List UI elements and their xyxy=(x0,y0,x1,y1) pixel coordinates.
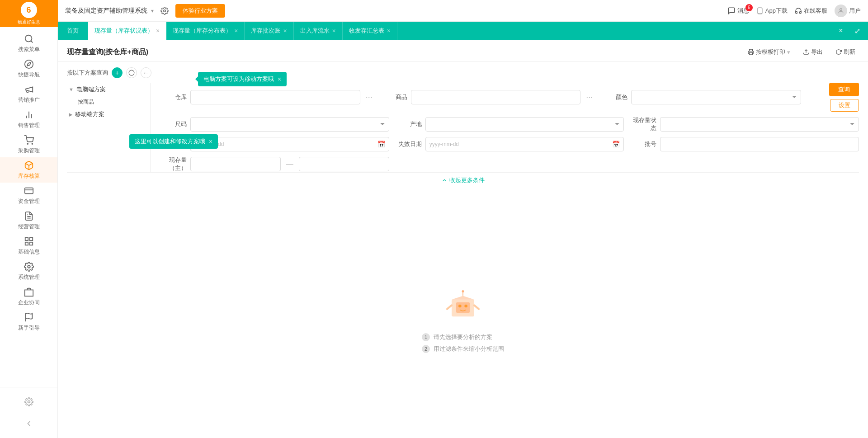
tab-home[interactable]: 首页 xyxy=(58,22,88,40)
settings-icon xyxy=(24,397,33,406)
pc-scheme-item[interactable]: ▼ 电脑端方案 xyxy=(69,83,150,96)
cog-icon xyxy=(24,262,34,272)
tab-in-out-flow[interactable]: 出入库流水 × xyxy=(294,22,343,40)
tab-collect-summary[interactable]: 收发存汇总表 × xyxy=(343,22,397,40)
tab-label: 现存量（库存分布表） xyxy=(173,27,231,35)
app-download-btn[interactable]: App下载 xyxy=(756,7,788,15)
tab-label: 库存批次账 xyxy=(251,27,280,35)
system-title: 装备及固定资产辅助管理系统 xyxy=(65,7,147,15)
size-select[interactable] xyxy=(190,117,389,132)
tab-inventory-status[interactable]: 现存量（库存状况表） × xyxy=(88,22,166,40)
svg-point-35 xyxy=(462,290,464,292)
prev-scheme-btn[interactable]: ← xyxy=(141,67,151,78)
template-print-btn[interactable]: 按模板打印 ▾ xyxy=(744,46,794,58)
tab-expand-btn[interactable]: ⤢ xyxy=(850,24,864,38)
sidebar-nav: 搜索菜单 快捷导航 营销推广 销售管理 采购管理 库存核算 资金 xyxy=(0,27,57,387)
header-settings-btn[interactable] xyxy=(157,4,172,18)
mobile-scheme-label: 移动端方案 xyxy=(75,110,104,118)
tab-close-btn[interactable]: × xyxy=(283,27,287,34)
trial-button[interactable]: 体验行业方案 xyxy=(175,4,225,18)
add-scheme-btn[interactable]: + xyxy=(112,67,123,78)
svg-rect-15 xyxy=(29,237,32,240)
empty-illustration xyxy=(440,279,486,324)
tooltip1-close-btn[interactable]: × xyxy=(278,75,281,83)
produce-date-input[interactable]: yyyy-mm-dd 📅 xyxy=(190,137,389,151)
megaphone-icon xyxy=(24,85,34,94)
sidebar-item-search[interactable]: 搜索菜单 xyxy=(0,31,57,56)
tab-batch-ledger[interactable]: 库存批次账 × xyxy=(245,22,293,40)
message-btn[interactable]: 消息 6 xyxy=(727,7,749,15)
tab-close-btn[interactable]: × xyxy=(156,27,160,34)
refresh-icon xyxy=(835,49,842,55)
sidebar-item-sales[interactable]: 销售管理 xyxy=(0,107,57,132)
export-btn[interactable]: 导出 xyxy=(799,46,826,58)
collapse-bar[interactable]: 收起更多条件 xyxy=(67,172,859,188)
origin-label: 产地 xyxy=(393,120,422,128)
content-area: 现存量查询(按仓库+商品) 按模板打印 ▾ 导出 刷新 xyxy=(58,40,868,438)
warehouse-input[interactable] xyxy=(190,90,360,104)
export-label: 导出 xyxy=(811,48,823,56)
sidebar-collapse-btn[interactable] xyxy=(0,414,57,433)
tab-close-all-btn[interactable]: × xyxy=(834,24,848,38)
sidebar-item-marketing[interactable]: 营销推广 xyxy=(0,81,57,107)
logo: 6 畅通好生意 xyxy=(0,0,58,27)
sidebar-item-inventory[interactable]: 库存核算 xyxy=(0,157,57,183)
gear-icon xyxy=(160,7,169,15)
tab-close-btn[interactable]: × xyxy=(332,27,336,34)
size-label: 尺码 xyxy=(158,120,187,128)
tooltip2-text: 这里可以创建和修改方案哦 xyxy=(135,137,205,146)
tooltip2-close-btn[interactable]: × xyxy=(209,138,212,145)
sidebar-item-purchase[interactable]: 采购管理 xyxy=(0,132,57,157)
sidebar-settings-btn[interactable] xyxy=(0,393,57,411)
stock-min-input[interactable] xyxy=(190,157,281,171)
warehouse-dots[interactable]: ··· xyxy=(364,93,375,102)
user-btn[interactable]: 用户 xyxy=(835,5,861,17)
reset-btn[interactable]: 设置 xyxy=(830,99,859,112)
svg-marker-3 xyxy=(27,62,31,66)
warehouse-label: 仓库 xyxy=(158,93,187,101)
sidebar-item-label: 企业协同 xyxy=(18,299,40,306)
tip2-num: 2 xyxy=(422,345,430,353)
search-btn[interactable]: 查询 xyxy=(829,83,859,96)
goods-field: 商品 xyxy=(378,90,581,104)
support-btn[interactable]: 在线客服 xyxy=(795,7,827,15)
sidebar-item-basic[interactable]: 基础信息 xyxy=(0,233,57,259)
refresh-btn[interactable]: 刷新 xyxy=(832,46,859,58)
filter-fields-area: 仓库 ··· 商品 ··· 颜色 xyxy=(150,83,859,172)
sidebar-item-enterprise[interactable]: 企业协同 xyxy=(0,284,57,309)
sidebar-item-system[interactable]: 系统管理 xyxy=(0,259,57,284)
sidebar-item-finance[interactable]: 资金管理 xyxy=(0,183,57,208)
tab-inventory-dist[interactable]: 现存量（库存分布表） × xyxy=(166,22,245,40)
pc-scheme-sub-item[interactable]: 按商品 xyxy=(78,96,150,108)
stock-status-select[interactable] xyxy=(660,117,859,132)
calendar-icon2: 📅 xyxy=(612,141,620,148)
tab-close-btn[interactable]: × xyxy=(234,27,238,34)
warehouse-field: 仓库 xyxy=(158,90,360,104)
batch-field: 批号 xyxy=(627,137,859,151)
goods-input[interactable] xyxy=(411,90,581,104)
tab-label: 收发存汇总表 xyxy=(349,27,384,35)
sidebar-item-label: 采购管理 xyxy=(18,147,40,155)
svg-point-8 xyxy=(32,143,33,144)
batch-input[interactable] xyxy=(660,137,859,151)
sidebar-item-guide[interactable]: 新手引导 xyxy=(0,309,57,334)
stock-max-input[interactable] xyxy=(299,157,389,171)
sidebar-item-operations[interactable]: 经营管理 xyxy=(0,208,57,233)
svg-point-7 xyxy=(27,143,28,144)
expire-date-input[interactable]: yyyy-mm-dd 📅 xyxy=(425,137,624,151)
stock-main-label: 现存量（主） xyxy=(158,156,187,172)
edit-scheme-btn[interactable] xyxy=(126,67,137,78)
report-icon xyxy=(24,211,34,221)
origin-field: 产地 xyxy=(393,117,624,132)
top-header: 装备及固定资产辅助管理系统 ▾ 体验行业方案 消息 6 App下载 在线客服 xyxy=(58,0,868,22)
expire-date-label: 失效日期 xyxy=(393,140,422,148)
mobile-scheme-item[interactable]: ▶ 移动端方案 xyxy=(69,108,150,121)
sidebar-item-label: 基础信息 xyxy=(18,248,40,256)
goods-dots[interactable]: ··· xyxy=(584,93,595,102)
origin-select[interactable] xyxy=(425,117,624,132)
tooltip-create-scheme: 这里可以创建和修改方案哦 × xyxy=(129,134,218,149)
sidebar-item-quick-nav[interactable]: 快捷导航 xyxy=(0,56,57,81)
tab-close-btn[interactable]: × xyxy=(387,27,391,34)
svg-rect-19 xyxy=(24,290,33,296)
color-select[interactable] xyxy=(631,90,801,104)
